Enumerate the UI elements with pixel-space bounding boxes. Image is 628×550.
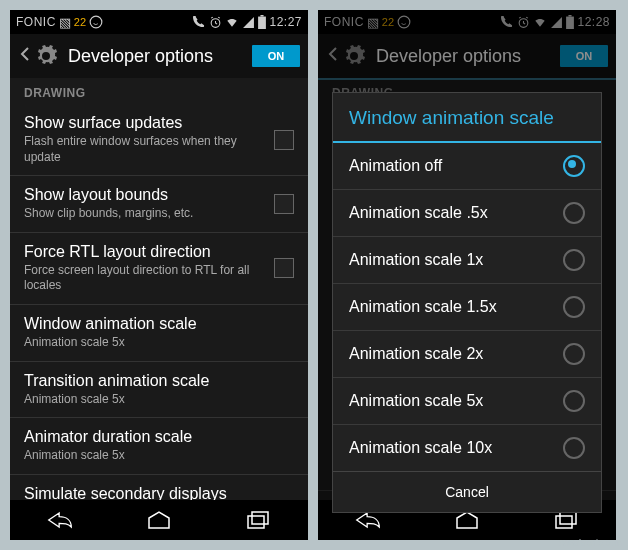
option-label: Animation scale 1.5x — [349, 298, 497, 316]
list-item[interactable]: Transition animation scaleAnimation scal… — [10, 362, 308, 419]
header: Developer options ON — [318, 34, 616, 80]
checkbox[interactable] — [274, 258, 294, 278]
alarm-icon — [517, 16, 530, 29]
item-subtitle: Show clip bounds, margins, etc. — [24, 206, 264, 222]
svg-rect-3 — [261, 15, 264, 17]
phone-icon — [193, 16, 206, 29]
dialog-option[interactable]: Animation off — [333, 143, 601, 190]
svg-rect-10 — [556, 516, 572, 528]
option-label: Animation scale 2x — [349, 345, 483, 363]
home-button[interactable] — [139, 505, 179, 535]
svg-rect-8 — [567, 17, 575, 29]
list-item[interactable]: Animator duration scaleAnimation scale 5… — [10, 418, 308, 475]
master-toggle[interactable]: ON — [252, 45, 300, 67]
alarm-icon — [209, 16, 222, 29]
phone-left: FONIC ▧ 22 — [10, 10, 308, 540]
svg-rect-4 — [248, 516, 264, 528]
signal-icon — [242, 16, 255, 29]
item-title: Show layout bounds — [24, 186, 264, 204]
temp-icon: 22 — [382, 16, 394, 28]
radio-icon[interactable] — [563, 202, 585, 224]
whatsapp-icon — [397, 15, 411, 29]
nav-bar — [10, 500, 308, 540]
svg-rect-5 — [252, 512, 268, 524]
checkbox[interactable] — [274, 194, 294, 214]
carrier-label: FONIC — [16, 15, 56, 29]
item-subtitle: Flash entire window surfaces when they u… — [24, 134, 264, 165]
animation-scale-dialog: Window animation scale Animation offAnim… — [332, 92, 602, 513]
list-item[interactable]: Show layout boundsShow clip bounds, marg… — [10, 176, 308, 233]
status-bar: FONIC ▧ 22 12:28 — [318, 10, 616, 34]
item-title: Show surface updates — [24, 114, 264, 132]
svg-rect-11 — [560, 512, 576, 524]
page-title: Developer options — [376, 46, 560, 67]
radio-icon[interactable] — [563, 343, 585, 365]
radio-icon[interactable] — [563, 296, 585, 318]
item-title: Animator duration scale — [24, 428, 294, 446]
checkbox[interactable] — [274, 130, 294, 150]
dialog-option[interactable]: Animation scale 2x — [333, 331, 601, 378]
gear-icon[interactable] — [340, 42, 368, 70]
recents-button[interactable] — [238, 505, 278, 535]
svg-rect-2 — [259, 17, 267, 29]
wifi-icon — [533, 15, 547, 29]
option-label: Animation off — [349, 157, 442, 175]
image-icon: ▧ — [367, 15, 379, 30]
back-button[interactable] — [40, 505, 80, 535]
item-title: Transition animation scale — [24, 372, 294, 390]
phone-right: FONIC ▧ 22 12:28 Developer options ON — [318, 10, 616, 540]
whatsapp-icon — [89, 15, 103, 29]
image-icon: ▧ — [59, 15, 71, 30]
battery-icon — [566, 15, 574, 29]
section-drawing: DRAWING — [10, 78, 308, 104]
time-label: 12:28 — [577, 15, 610, 29]
item-subtitle: Animation scale 5x — [24, 335, 294, 351]
dialog-option[interactable]: Animation scale .5x — [333, 190, 601, 237]
dialog-title: Window animation scale — [333, 93, 601, 143]
dialog-option[interactable]: Animation scale 1.5x — [333, 284, 601, 331]
radio-icon[interactable] — [563, 390, 585, 412]
svg-point-0 — [90, 16, 102, 28]
watermark: 365electric.com — [559, 538, 622, 548]
signal-icon — [550, 16, 563, 29]
dialog-option[interactable]: Animation scale 1x — [333, 237, 601, 284]
status-bar: FONIC ▧ 22 — [10, 10, 308, 34]
item-title: Force RTL layout direction — [24, 243, 264, 261]
list-item[interactable]: Window animation scaleAnimation scale 5x — [10, 305, 308, 362]
item-subtitle: Force screen layout direction to RTL for… — [24, 263, 264, 294]
radio-icon[interactable] — [563, 155, 585, 177]
svg-rect-9 — [569, 15, 572, 17]
item-title: Window animation scale — [24, 315, 294, 333]
settings-list[interactable]: DRAWING Show surface updatesFlash entire… — [10, 78, 308, 500]
list-item[interactable]: Force RTL layout directionForce screen l… — [10, 233, 308, 305]
dialog-option[interactable]: Animation scale 10x — [333, 425, 601, 471]
back-icon[interactable] — [326, 46, 338, 66]
battery-icon — [258, 15, 266, 29]
radio-icon[interactable] — [563, 437, 585, 459]
radio-icon[interactable] — [563, 249, 585, 271]
back-icon[interactable] — [18, 46, 30, 66]
list-item[interactable]: Simulate secondary displaysNone — [10, 475, 308, 500]
option-label: Animation scale 1x — [349, 251, 483, 269]
svg-point-6 — [398, 16, 410, 28]
list-item[interactable]: Show surface updatesFlash entire window … — [10, 104, 308, 176]
page-title: Developer options — [68, 46, 252, 67]
gear-icon[interactable] — [32, 42, 60, 70]
dialog-option[interactable]: Animation scale 5x — [333, 378, 601, 425]
item-title: Simulate secondary displays — [24, 485, 294, 500]
item-subtitle: Animation scale 5x — [24, 448, 294, 464]
option-label: Animation scale 5x — [349, 392, 483, 410]
time-label: 12:27 — [269, 15, 302, 29]
phone-icon — [501, 16, 514, 29]
header: Developer options ON — [10, 34, 308, 80]
carrier-label: FONIC — [324, 15, 364, 29]
option-label: Animation scale .5x — [349, 204, 488, 222]
temp-icon: 22 — [74, 16, 86, 28]
cancel-button[interactable]: Cancel — [333, 471, 601, 512]
wifi-icon — [225, 15, 239, 29]
item-subtitle: Animation scale 5x — [24, 392, 294, 408]
master-toggle[interactable]: ON — [560, 45, 608, 67]
option-label: Animation scale 10x — [349, 439, 492, 457]
